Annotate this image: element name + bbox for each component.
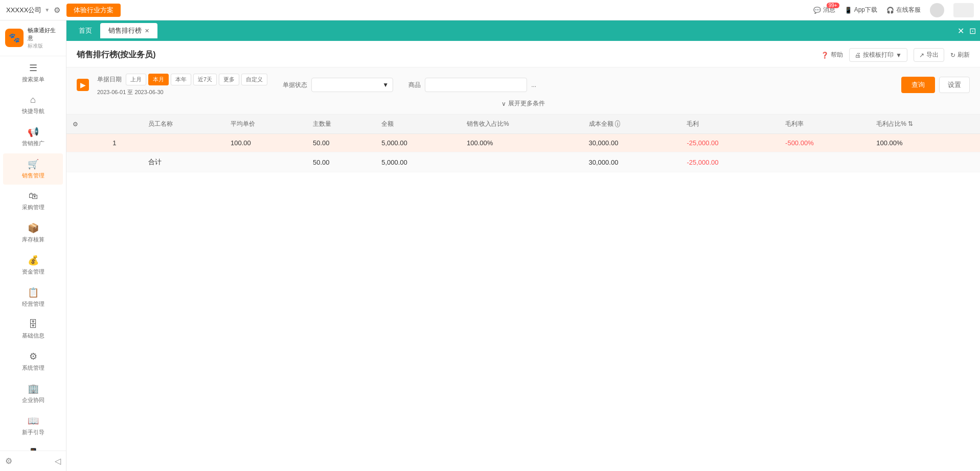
sidebar-icon-marketing: 📢	[28, 126, 39, 138]
online-service-item[interactable]: 🎧 在线客服	[886, 6, 921, 14]
data-table: ⚙ 员工名称 平均单价 主数量 全额 销售收入占比% 成本全额 i 毛利 毛利率…	[66, 115, 980, 172]
filter-product-item: 商品 ...	[408, 78, 536, 92]
sidebar-icon-purchase: 🛍	[29, 191, 38, 201]
col-avg-price: 平均单价	[224, 115, 307, 134]
sidebar-item-marketing[interactable]: 📢营销推广	[3, 121, 63, 152]
sidebar-logo: 🐾 畅康通好生意 标准版	[0, 20, 66, 56]
sidebar-item-finance[interactable]: 💰资金管理	[3, 250, 63, 281]
product-more-btn[interactable]: ...	[531, 81, 536, 88]
tab-sales-rank-label: 销售排行榜	[108, 26, 142, 35]
sidebar-icon-quick-nav: ⌂	[30, 95, 36, 105]
page-header: 销售排行榜(按业务员) ❓ 帮助 🖨 按模板打印 ▼ ↗ 导出	[66, 41, 980, 68]
cell-qty: 50.00	[307, 134, 375, 152]
refresh-icon: ↻	[950, 52, 955, 59]
top-bar: XXXXX公司 ▼ ⚙ 体验行业方案 💬 消息 99+ 📱 App下载 🎧 在线…	[0, 0, 980, 20]
user-name-placeholder	[953, 3, 974, 17]
col-qty: 主数量	[307, 115, 375, 134]
company-chevron-icon: ▼	[44, 7, 50, 13]
help-button[interactable]: ❓ 帮助	[821, 51, 843, 59]
product-label: 商品	[408, 81, 421, 89]
filter-row: ▶ 单据日期 上月 本月 本年 近7天 更多	[77, 74, 970, 96]
footer-qty: 50.00	[307, 152, 375, 172]
expand-more-btn[interactable]: ∨ 展开更多条件	[77, 99, 970, 108]
sidebar-label-search-order: 搜索菜单	[22, 76, 44, 83]
date-this-year[interactable]: 本年	[171, 74, 191, 85]
export-button[interactable]: ↗ 导出	[914, 48, 944, 62]
expand-label: 展开更多条件	[508, 99, 545, 108]
sidebar-icon-finance: 💰	[28, 255, 39, 266]
sidebar-item-basic-info[interactable]: 🗄基础信息	[3, 314, 63, 345]
sidebar-settings-icon[interactable]: ⚙	[5, 456, 12, 466]
cost-info-icon[interactable]: i	[615, 120, 620, 127]
date-more[interactable]: 更多	[219, 74, 239, 85]
date-last-7days[interactable]: 近7天	[193, 74, 217, 85]
sidebar-item-newbie[interactable]: 📖新手引导	[3, 410, 63, 441]
sidebar-label-basic-info: 基础信息	[22, 332, 44, 340]
template-print-button[interactable]: 🖨 按模板打印 ▼	[849, 48, 907, 62]
product-input[interactable]	[425, 78, 527, 92]
footer-gross: -25,000.00	[680, 152, 779, 172]
filter-toggle-arrow[interactable]: ▶	[77, 79, 89, 91]
app-download-item[interactable]: 📱 App下载	[845, 6, 877, 14]
sidebar-item-app-center[interactable]: 📱应用中心	[3, 442, 63, 451]
window-close-icon[interactable]: ✕	[958, 26, 964, 36]
window-restore-icon[interactable]: ⊡	[969, 26, 976, 36]
footer-amount: 5,000.00	[375, 152, 461, 172]
trial-button[interactable]: 体验行业方案	[66, 4, 121, 17]
refresh-button[interactable]: ↻ 刷新	[950, 51, 970, 59]
date-last-month[interactable]: 上月	[126, 74, 146, 85]
sidebar-item-enterprise[interactable]: 🏢企业协同	[3, 378, 63, 409]
settings-button[interactable]: 设置	[939, 77, 970, 93]
col-employee: 员工名称	[142, 115, 224, 134]
sort-icon[interactable]: ⇅	[908, 120, 913, 127]
date-this-month[interactable]: 本月	[148, 74, 169, 85]
sidebar-icon-newbie: 📖	[28, 415, 39, 427]
avatar[interactable]	[930, 3, 944, 17]
tab-close-icon[interactable]: ✕	[145, 28, 149, 34]
col-gross: 毛利	[680, 115, 779, 134]
col-sales-pct: 销售收入占比%	[461, 115, 583, 134]
sidebar-item-system[interactable]: ⚙系统管理	[3, 346, 63, 377]
table-footer: 合计 50.00 5,000.00 30,000.00 -25,000.00	[66, 152, 980, 172]
sidebar-icon-enterprise: 🏢	[28, 383, 39, 394]
print-icon: 🖨	[855, 52, 861, 59]
filter-product-col: 商品 ...	[408, 78, 536, 92]
filter-area: ▶ 单据日期 上月 本月 本年 近7天 更多	[66, 68, 980, 115]
sidebar-icon-search-order: ☰	[29, 62, 37, 74]
status-select[interactable]: ▼	[311, 78, 393, 92]
sidebar-icon-operations: 📋	[28, 287, 39, 298]
col-settings[interactable]: ⚙	[66, 115, 106, 134]
sidebar-item-search-order[interactable]: ☰搜索菜单	[3, 57, 63, 88]
company-selector[interactable]: XXXXX公司 ▼	[6, 6, 50, 15]
page-title: 销售排行榜(按业务员)	[77, 50, 156, 60]
sidebar-item-purchase[interactable]: 🛍采购管理	[3, 186, 63, 216]
sidebar-label-sales: 销售管理	[22, 172, 44, 180]
table-row: 1 100.00 50.00 5,000.00 100.00% 30,000.0…	[66, 134, 980, 152]
sidebar-label-system: 系统管理	[22, 364, 44, 372]
page-content: 销售排行榜(按业务员) ❓ 帮助 🖨 按模板打印 ▼ ↗ 导出	[66, 41, 980, 471]
cell-sales-pct: 100.00%	[461, 134, 583, 152]
sidebar-label-finance: 资金管理	[22, 268, 44, 276]
sidebar-icon-basic-info: 🗄	[29, 319, 38, 330]
footer-gross-rate	[779, 152, 870, 172]
tab-home[interactable]: 首页	[71, 23, 100, 38]
sidebar-item-sales[interactable]: 🛒销售管理	[3, 153, 63, 185]
app-download-label: App下载	[854, 6, 877, 14]
status-chevron-icon: ▼	[382, 81, 389, 88]
sidebar-collapse-icon[interactable]: ◁	[55, 456, 61, 466]
sidebar-item-quick-nav[interactable]: ⌂快捷导航	[3, 89, 63, 120]
content-area: 首页 销售排行榜 ✕ ✕ ⊡ 销售排行榜(按业务员) ❓ 帮助	[66, 20, 980, 471]
footer-sales-pct	[461, 152, 583, 172]
filter-status-col: 单据状态 ▼	[283, 78, 393, 92]
message-item[interactable]: 💬 消息 99+	[813, 6, 835, 14]
footer-avg-price	[224, 152, 307, 172]
top-settings-icon[interactable]: ⚙	[54, 6, 60, 15]
tab-sales-rank[interactable]: 销售排行榜 ✕	[100, 23, 157, 38]
cell-gross-pct: 100.00%	[870, 134, 980, 152]
table-body: 1 100.00 50.00 5,000.00 100.00% 30,000.0…	[66, 134, 980, 152]
sidebar-item-operations[interactable]: 📋经营管理	[3, 282, 63, 313]
query-button[interactable]: 查询	[901, 77, 935, 93]
date-custom[interactable]: 自定义	[241, 74, 267, 85]
sidebar-label-newbie: 新手引导	[22, 429, 44, 436]
sidebar-item-inventory[interactable]: 📦库存核算	[3, 217, 63, 249]
